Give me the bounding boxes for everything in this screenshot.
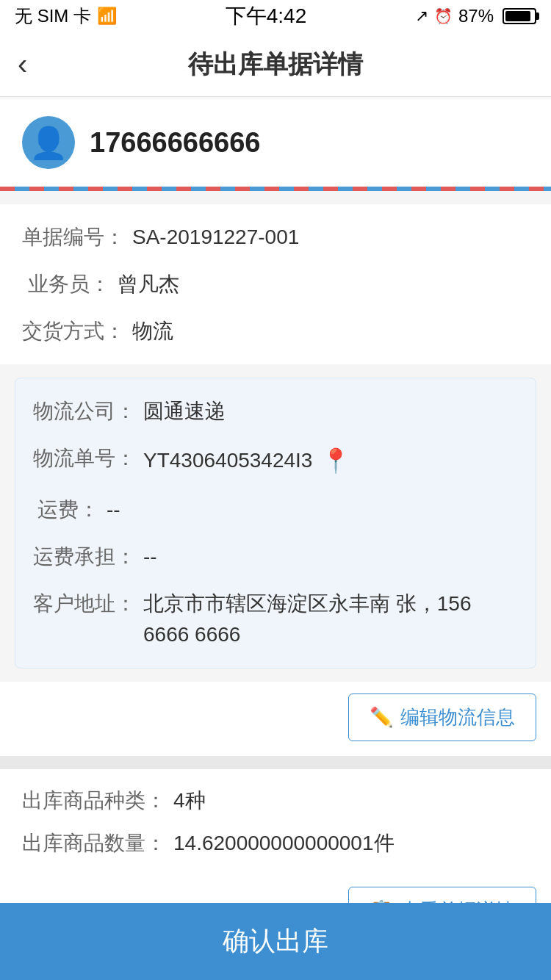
confirm-button[interactable]: 确认出库 (223, 923, 328, 959)
status-bar: 无 SIM 卡 📶 下午4:42 ↗ ⏰ 87% (0, 0, 551, 32)
doc-number-label: 单据编号： (22, 222, 132, 253)
battery-pct: 87% (458, 6, 494, 26)
avatar: 👤 (22, 116, 75, 169)
doc-number-value: SA-20191227-001 (132, 222, 529, 253)
page-title: 待出库单据详情 (188, 48, 363, 82)
logistics-company-row: 物流公司： 圆通速递 (33, 396, 518, 427)
freight-bearer-value: -- (143, 541, 518, 572)
alarm-icon: ⏰ (434, 7, 453, 25)
user-phone: 17666666666 (90, 127, 260, 159)
goods-type-label: 出库商品种类： (22, 787, 173, 815)
dashed-divider (0, 187, 551, 191)
goods-section: 出库商品种类： 4种 出库商品数量： 14.620000000000001件 (0, 769, 551, 875)
goods-quantity-row: 出库商品数量： 14.620000000000001件 (22, 829, 529, 857)
address-label: 客户地址： (33, 588, 143, 619)
logistics-section: 物流公司： 圆通速递 物流单号： YT43064053424I3 📍 运费： -… (15, 378, 536, 669)
doc-number-row: 单据编号： SA-20191227-001 (22, 222, 529, 253)
tracking-location-icon[interactable]: 📍 (321, 443, 350, 478)
freight-bearer-label: 运费承担： (33, 541, 143, 572)
goods-quantity-label: 出库商品数量： (22, 829, 173, 857)
carrier-label: 无 SIM 卡 (15, 4, 91, 28)
battery-icon (503, 8, 536, 24)
salesperson-row: 业务员： 曾凡杰 (22, 269, 529, 300)
user-header: 👤 17666666666 (0, 98, 551, 187)
delivery-method-value: 物流 (132, 316, 529, 347)
logistics-company-label: 物流公司： (33, 396, 143, 427)
goods-type-row: 出库商品种类： 4种 (22, 787, 529, 815)
edit-logistics-button[interactable]: ✏️ 编辑物流信息 (348, 693, 536, 741)
salesperson-value: 曾凡杰 (118, 269, 529, 300)
goods-type-value: 4种 (173, 787, 529, 815)
delivery-method-label: 交货方式： (22, 316, 132, 347)
freight-value: -- (107, 494, 518, 525)
logistics-company-value: 圆通速递 (143, 396, 518, 427)
edit-logistics-label: 编辑物流信息 (400, 705, 515, 730)
freight-label: 运费： (33, 494, 107, 525)
goods-quantity-value: 14.620000000000001件 (173, 829, 529, 857)
address-row: 客户地址： 北京市市辖区海淀区永丰南 张，156 6666 6666 (33, 588, 518, 650)
freight-row: 运费： -- (33, 494, 518, 525)
tracking-value: YT43064053424I3 📍 (143, 443, 518, 478)
back-button[interactable]: ‹ (18, 48, 27, 81)
location-status-icon: ↗ (415, 7, 428, 26)
tracking-label: 物流单号： (33, 443, 143, 474)
confirm-btn-wrap: 确认出库 (0, 903, 551, 980)
status-right: ↗ ⏰ 87% (415, 6, 536, 26)
salesperson-label: 业务员： (22, 269, 118, 300)
edit-icon: ✏️ (370, 706, 393, 729)
tracking-row: 物流单号： YT43064053424I3 📍 (33, 443, 518, 478)
wifi-icon: 📶 (97, 7, 117, 26)
status-left: 无 SIM 卡 📶 (15, 4, 117, 28)
section-separator (0, 756, 551, 769)
freight-bearer-row: 运费承担： -- (33, 541, 518, 572)
user-icon: 👤 (29, 125, 68, 161)
status-time: 下午4:42 (226, 2, 307, 30)
address-value: 北京市市辖区海淀区永丰南 张，156 6666 6666 (143, 588, 518, 650)
basic-info-section: 单据编号： SA-20191227-001 业务员： 曾凡杰 交货方式： 物流 (0, 204, 551, 364)
edit-logistics-section: ✏️ 编辑物流信息 (0, 682, 551, 756)
delivery-method-row: 交货方式： 物流 (22, 316, 529, 347)
nav-bar: ‹ 待出库单据详情 (0, 32, 551, 97)
